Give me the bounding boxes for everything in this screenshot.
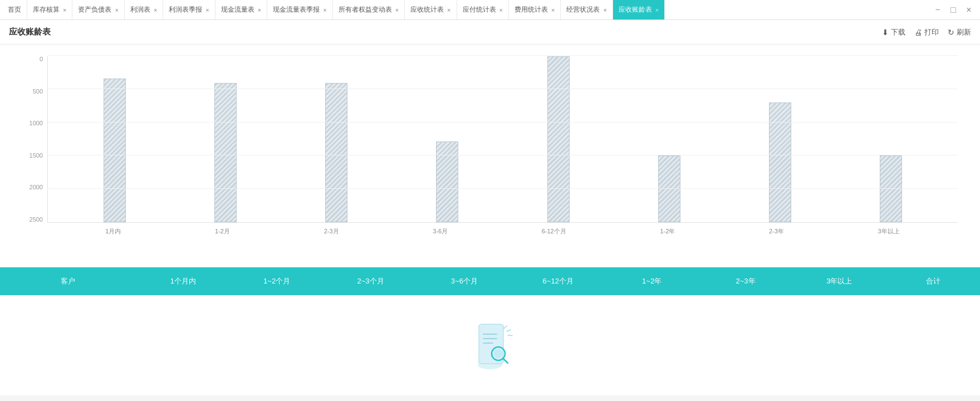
chart-inner xyxy=(47,56,958,223)
refresh-icon: ↻ xyxy=(948,28,954,37)
tab-ap-stat[interactable]: 应付统计表 × xyxy=(457,0,509,20)
th-2-3month: 2~3个月 xyxy=(324,276,417,286)
page-actions: ⬇ 下载 🖨 打印 ↻ 刷新 xyxy=(882,27,971,37)
grid-lines xyxy=(48,56,958,222)
tab-operation[interactable]: 经营状况表 × xyxy=(561,0,612,20)
tab-inventory[interactable]: 库存核算 × xyxy=(27,0,72,20)
tab-close-ar-stat[interactable]: × xyxy=(447,7,450,13)
main-content: 2500 2000 1500 1000 500 0 xyxy=(0,45,980,395)
tab-close-ar-aging[interactable]: × xyxy=(655,7,659,13)
page-header: 应收账龄表 ⬇ 下载 🖨 打印 ↻ 刷新 xyxy=(0,20,980,45)
tab-close-inventory[interactable]: × xyxy=(63,7,66,13)
tab-expense-stat[interactable]: 费用统计表 × xyxy=(509,0,561,20)
tab-ar-stat[interactable]: 应收统计表 × xyxy=(405,0,457,20)
tab-ar-aging[interactable]: 应收账龄表 × xyxy=(613,0,665,20)
th-1-2year: 1~2年 xyxy=(605,276,698,286)
download-button[interactable]: ⬇ 下载 xyxy=(882,27,905,37)
th-1-2month: 1~2个月 xyxy=(230,276,324,286)
tab-close-expense-stat[interactable]: × xyxy=(551,7,555,13)
tab-close-profit[interactable]: × xyxy=(154,7,157,13)
refresh-button[interactable]: ↻ 刷新 xyxy=(948,27,971,37)
grid-line-2000 xyxy=(48,89,958,89)
th-1month: 1个月内 xyxy=(136,276,230,286)
x-label-8: 3年以上 xyxy=(878,227,899,236)
tab-equity[interactable]: 所有者权益变动表 × xyxy=(333,0,405,20)
tab-close-cashflow[interactable]: × xyxy=(258,7,261,13)
page-title: 应收账龄表 xyxy=(9,27,51,37)
empty-state-icon xyxy=(462,317,518,373)
tab-profit-quarterly[interactable]: 利润表季报 × xyxy=(163,0,215,20)
x-axis-labels: 1月内 1-2月 2-3月 3-6月 6-12个月 1-2年 2-3年 3年以上 xyxy=(22,223,958,236)
th-total: 合计 xyxy=(886,276,980,286)
th-customer: 客户 xyxy=(0,276,136,286)
th-3plus-year: 3年以上 xyxy=(792,276,886,286)
grid-line-1500 xyxy=(48,122,958,123)
empty-state xyxy=(0,295,980,395)
tab-bar: 首页 库存核算 × 资产负债表 × 利润表 × 利润表季报 × 现金流量表 × … xyxy=(0,0,980,20)
minimize-button[interactable]: － xyxy=(931,3,944,17)
grid-line-2500 xyxy=(48,55,958,56)
th-3-6month: 3~6个月 xyxy=(418,276,511,286)
download-icon: ⬇ xyxy=(882,28,889,37)
maximize-button[interactable]: □ xyxy=(947,3,960,17)
print-icon: 🖨 xyxy=(914,28,922,37)
x-label-1: 1月内 xyxy=(105,227,121,236)
x-label-4: 3-6月 xyxy=(433,227,448,236)
x-label-3: 2-3月 xyxy=(324,227,339,236)
tab-balance[interactable]: 资产负债表 × xyxy=(72,0,124,20)
tab-profit[interactable]: 利润表 × xyxy=(125,0,163,20)
grid-line-500 xyxy=(48,188,958,189)
tab-close-cashflow-quarterly[interactable]: × xyxy=(323,7,326,13)
svg-line-7 xyxy=(504,326,507,329)
x-label-2: 1-2月 xyxy=(215,227,230,236)
svg-point-5 xyxy=(494,349,503,358)
grid-line-1000 xyxy=(48,155,958,155)
th-6-12month: 6~12个月 xyxy=(511,276,605,286)
tab-bar-actions: － □ × xyxy=(931,3,978,17)
svg-line-8 xyxy=(507,330,511,331)
tab-close-operation[interactable]: × xyxy=(603,7,606,13)
tab-cashflow-quarterly[interactable]: 现金流量表季报 × xyxy=(267,0,332,20)
print-button[interactable]: 🖨 打印 xyxy=(914,27,939,37)
tab-cashflow[interactable]: 现金流量表 × xyxy=(215,0,267,20)
tab-close-ap-stat[interactable]: × xyxy=(499,7,503,13)
tab-close-profit-quarterly[interactable]: × xyxy=(205,7,209,13)
th-2-3year: 2~3年 xyxy=(699,276,792,286)
table-header: 客户 1个月内 1~2个月 2~3个月 3~6个月 6~12个月 1~2年 2~… xyxy=(0,267,980,295)
close-button[interactable]: × xyxy=(962,3,976,17)
x-label-5: 6-12个月 xyxy=(542,227,566,236)
x-label-6: 1-2年 xyxy=(660,227,675,236)
chart-area: 2500 2000 1500 1000 500 0 xyxy=(0,45,980,267)
y-axis: 2500 2000 1500 1000 500 0 xyxy=(22,56,47,223)
x-label-7: 2-3年 xyxy=(769,227,784,236)
tab-close-equity[interactable]: × xyxy=(395,7,399,13)
tab-home[interactable]: 首页 xyxy=(2,0,27,20)
tab-close-balance[interactable]: × xyxy=(115,7,118,13)
